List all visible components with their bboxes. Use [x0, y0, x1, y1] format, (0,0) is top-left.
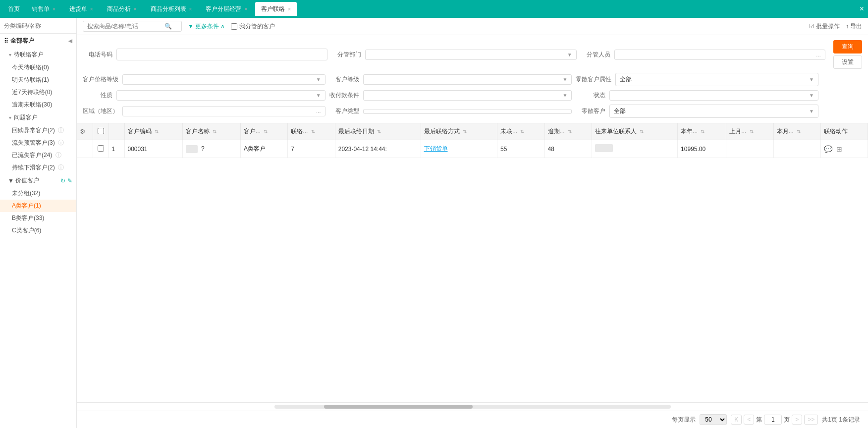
row-checkbox[interactable] — [98, 145, 104, 152]
help-icon-2: ⓘ — [58, 139, 64, 146]
sidebar-item-churned[interactable]: 已流失客户(24) ⓘ — [0, 149, 76, 161]
last-page-button[interactable]: >> — [804, 415, 818, 425]
search-input[interactable] — [87, 23, 162, 30]
status-select[interactable]: ▼ — [609, 90, 818, 101]
col-last-month[interactable]: 上月... ⇅ — [726, 123, 773, 140]
col-last-contact-date[interactable]: 最后联络日期 ⇅ — [335, 123, 421, 140]
col-code[interactable]: 客户编码 ⇅ — [124, 123, 182, 140]
sidebar-item-today[interactable]: 今天待联络(0) — [0, 61, 76, 74]
region-select[interactable]: … — [122, 106, 326, 116]
manager-field: 分管人员 … — [581, 50, 825, 60]
sidebar-search-input[interactable] — [4, 22, 77, 29]
col-last-contact-way[interactable]: 最后联络方式 ⇅ — [421, 123, 497, 140]
next-page-button[interactable]: > — [792, 415, 802, 425]
edit-icon[interactable]: ✎ — [67, 177, 72, 184]
retail-customer-select[interactable]: 全部▼ — [609, 105, 818, 118]
col-this-month[interactable]: 本月... ⇅ — [773, 123, 820, 140]
collapse-icon: ◀ — [68, 38, 72, 44]
tab-sales[interactable]: 销售单 × — [26, 2, 61, 16]
more-filters-button[interactable]: ▼ 更多条件 ∧ — [188, 22, 225, 31]
chat-icon[interactable]: 💬 — [824, 145, 832, 153]
nature-label: 性质 — [83, 91, 112, 100]
page-number-input[interactable] — [764, 415, 782, 425]
contact-way-link[interactable]: 下销货单 — [424, 145, 448, 152]
customer-type-select[interactable] — [363, 109, 572, 114]
dept-label: 分管部门 — [331, 51, 361, 59]
price-level-select[interactable]: ▼ — [122, 74, 326, 85]
sidebar-item-tomorrow[interactable]: 明天待联络(1) — [0, 74, 76, 86]
region-field: 区域（地区） … — [83, 106, 326, 116]
tab-analysis-list[interactable]: 商品分析列表 × — [145, 2, 198, 16]
problem-customer-group[interactable]: ▼ 问题客户 — [0, 111, 76, 124]
sidebar-search-bar: 🔍 — [0, 18, 76, 34]
level-select[interactable]: ▼ — [363, 74, 572, 85]
select-all-checkbox[interactable] — [98, 128, 104, 134]
col-index — [108, 123, 124, 140]
value-customer-header[interactable]: ▼ 价值客户 ↻ ✎ — [0, 174, 76, 187]
horizontal-scrollbar[interactable] — [274, 405, 671, 409]
nature-select[interactable]: ▼ — [116, 90, 326, 101]
manager-label: 分管人员 — [581, 51, 610, 59]
value-customer-icons: ↻ ✎ — [60, 177, 72, 184]
triangle-icon-2: ▼ — [8, 115, 12, 120]
col-customer-type[interactable]: 客户... ⇅ — [240, 123, 287, 140]
sidebar-item-c-class[interactable]: C类客户(6) — [0, 224, 76, 237]
setting-button[interactable]: 设置 — [833, 55, 862, 69]
sidebar-item-a-class[interactable]: A类客户(1) — [0, 200, 76, 212]
batch-op-button[interactable]: ☑ 批量操作 — [809, 22, 840, 31]
sidebar-item-repurchase[interactable]: 回购异常客户(2) ⓘ — [0, 124, 76, 137]
tab-customer-contact[interactable]: 客户联络 × — [255, 2, 297, 16]
sidebar-item-b-class[interactable]: B类客户(33) — [0, 212, 76, 224]
col-config[interactable]: ⚙ — [77, 123, 93, 140]
col-company-contact[interactable]: 往来单位联系人 ⇅ — [592, 123, 677, 140]
close-tab-analysis-list[interactable]: × — [189, 6, 192, 12]
prev-page-button[interactable]: < — [744, 415, 754, 425]
row-this-month — [773, 140, 820, 158]
sidebar-item-churn-warning[interactable]: 流失预警客户(3) ⓘ — [0, 137, 76, 149]
sort-icon-not: ⇅ — [520, 129, 524, 134]
dept-select[interactable]: ▼ — [365, 50, 576, 60]
config-icon[interactable]: ⚙ — [80, 128, 86, 135]
col-contact[interactable]: 联络... ⇅ — [288, 123, 335, 140]
export-button[interactable]: ↑ 导出 — [846, 22, 862, 31]
action-icons-group: 💬 ⊞ — [824, 145, 865, 153]
close-tab-purchase[interactable]: × — [90, 6, 93, 12]
customer-table: ⚙ 客户编码 ⇅ 客户名称 ⇅ — [77, 123, 868, 158]
search-icon-filter[interactable]: 🔍 — [164, 23, 172, 30]
scrollbar-thumb[interactable] — [324, 405, 473, 409]
my-customers-checkbox[interactable] — [231, 23, 237, 30]
close-tab-analysis[interactable]: × — [134, 6, 137, 12]
refresh-icon[interactable]: ↻ — [60, 177, 65, 184]
close-tab-customer-contact[interactable]: × — [288, 6, 291, 12]
query-button[interactable]: 查询 — [833, 40, 862, 54]
sort-icon-overdue: ⇅ — [568, 129, 572, 134]
sidebar-item-7days[interactable]: 近7天待联络(0) — [0, 86, 76, 99]
col-not-contact[interactable]: 未联... ⇅ — [497, 123, 544, 140]
tab-customer-segment[interactable]: 客户分层经营 × — [200, 2, 253, 16]
customer-type-label: 客户类型 — [329, 107, 359, 115]
pay-condition-select[interactable]: ▼ — [363, 90, 572, 101]
col-name[interactable]: 客户名称 ⇅ — [182, 123, 240, 140]
sort-icon-name: ⇅ — [213, 129, 217, 134]
sidebar-item-overdue[interactable]: 逾期未联络(30) — [0, 99, 76, 111]
all-customers-header[interactable]: ⠿ 全部客户 ◀ — [0, 34, 76, 48]
page-size-select[interactable]: 50 100 200 — [700, 414, 727, 425]
home-tab[interactable]: 首页 — [4, 5, 24, 13]
tab-analysis[interactable]: 商品分析 × — [101, 2, 143, 16]
row-this-year: 10995.00 — [678, 140, 726, 158]
retail-attr-select[interactable]: 全部▼ — [615, 73, 818, 86]
manager-select[interactable]: … — [614, 50, 825, 60]
first-page-button[interactable]: K — [731, 415, 742, 425]
level-field: 客户等级 ▼ — [329, 74, 572, 85]
sidebar-item-declining[interactable]: 持续下滑客户(2) ⓘ — [0, 161, 76, 174]
pending-contact-group[interactable]: ▼ 待联络客户 — [0, 48, 76, 61]
window-close-button[interactable]: × — [860, 4, 864, 13]
grid-action-icon[interactable]: ⊞ — [836, 145, 842, 153]
phone-input[interactable] — [116, 49, 327, 60]
close-tab-customer-segment[interactable]: × — [244, 6, 247, 12]
close-tab-sales[interactable]: × — [53, 6, 55, 12]
tab-purchase[interactable]: 进货单 × — [63, 2, 99, 16]
sidebar-item-ungroup[interactable]: 未分组(32) — [0, 187, 76, 200]
col-this-year[interactable]: 本年... ⇅ — [678, 123, 726, 140]
col-overdue[interactable]: 逾期... ⇅ — [544, 123, 592, 140]
